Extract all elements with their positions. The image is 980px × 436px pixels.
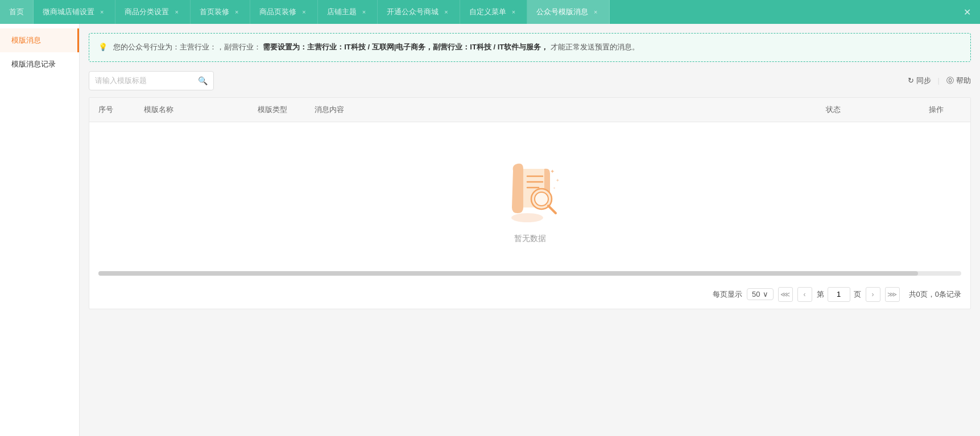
tab-close-custom-menu[interactable]: × xyxy=(510,7,518,16)
sidebar-label-template-msg: 模版消息 xyxy=(11,36,41,44)
search-icon[interactable]: 🔍 xyxy=(198,76,208,85)
last-page-button[interactable]: ⋙ xyxy=(885,287,900,302)
tab-label-homepage-decor: 首页装修 xyxy=(200,7,229,17)
svg-point-5 xyxy=(535,192,548,206)
data-table: 序号 模版名称 模版类型 消息内容 状态 操作 xyxy=(89,97,971,309)
th-name: 模版名称 xyxy=(135,98,249,122)
chevron-down-icon: ∨ xyxy=(763,290,768,298)
tab-homepage-decor[interactable]: 首页装修× xyxy=(191,0,250,24)
tab-bar-close-button[interactable]: ✕ xyxy=(954,7,980,18)
tab-home[interactable]: 首页 xyxy=(0,0,34,24)
tab-close-shop-theme[interactable]: × xyxy=(360,7,368,16)
per-page-value: 50 xyxy=(752,290,760,298)
tab-wechat-shop[interactable]: 微商城店铺设置× xyxy=(34,0,115,24)
table-header: 序号 模版名称 模版类型 消息内容 状态 操作 xyxy=(89,98,970,122)
total-info: 共0页，0条记录 xyxy=(909,289,961,300)
scrollbar-thumb[interactable] xyxy=(98,271,918,276)
th-seq: 序号 xyxy=(89,98,135,122)
tab-label-wechat-shop: 微商城店铺设置 xyxy=(43,7,94,17)
tab-label-custom-menu: 自定义菜单 xyxy=(469,7,506,17)
search-box[interactable]: 🔍 xyxy=(89,71,214,90)
per-page-label: 每页显示 xyxy=(713,289,742,300)
notice-highlight: 需要设置为：主营行业：IT科技 / 互联网|电子商务，副营行业：IT科技 / I… xyxy=(263,43,548,51)
horizontal-scrollbar[interactable] xyxy=(98,271,961,276)
th-type: 模版类型 xyxy=(249,98,305,122)
tab-close-product-decor[interactable]: × xyxy=(300,7,308,16)
empty-state: ✦ ✦ ✦ 暂无数据 xyxy=(89,122,970,267)
pagination: 每页显示 50 ∨ ⋘ ‹ 第 页 › ⋙ 共0页，0条记录 xyxy=(89,280,970,309)
tab-close-wechat-shop[interactable]: × xyxy=(98,7,106,16)
tab-label-category: 商品分类设置 xyxy=(125,7,169,17)
tab-close-category[interactable]: × xyxy=(172,7,180,16)
tab-label-home: 首页 xyxy=(9,7,24,17)
tab-bar: 首页微商城店铺设置×商品分类设置×首页装修×商品页装修×店铺主题×开通公众号商城… xyxy=(0,0,980,24)
sidebar-label-template-history: 模版消息记录 xyxy=(11,60,56,68)
help-button[interactable]: ⓪ 帮助 xyxy=(946,76,971,86)
sidebar-item-template-history[interactable]: 模版消息记录 xyxy=(0,52,79,76)
sidebar-item-template-msg[interactable]: 模版消息 xyxy=(0,28,79,52)
svg-text:✦: ✦ xyxy=(553,186,556,190)
prev-page-button[interactable]: ‹ xyxy=(797,287,812,302)
help-icon: ⓪ xyxy=(946,76,954,86)
th-action: 操作 xyxy=(902,98,970,122)
tab-close-open-mall[interactable]: × xyxy=(442,7,450,16)
notice-icon: 💡 xyxy=(98,43,107,51)
tab-category[interactable]: 商品分类设置× xyxy=(115,0,190,24)
main-content: 💡 您的公众号行业为：主营行业：，副营行业： 需要设置为：主营行业：IT科技 /… xyxy=(80,24,980,436)
notice-suffix: 才能正常发送预置的消息。 xyxy=(551,43,639,51)
tab-template-msg[interactable]: 公众号模版消息× xyxy=(527,0,609,24)
tab-label-template-msg: 公众号模版消息 xyxy=(536,7,588,17)
svg-line-6 xyxy=(548,206,556,213)
svg-text:✦: ✦ xyxy=(556,178,560,183)
toolbar-divider: | xyxy=(938,76,940,85)
page-input-group: 第 页 xyxy=(817,287,861,302)
sync-label: 同步 xyxy=(916,76,931,86)
help-label: 帮助 xyxy=(956,76,971,86)
first-page-button[interactable]: ⋘ xyxy=(778,287,793,302)
tab-label-shop-theme: 店铺主题 xyxy=(327,7,357,17)
page-label: 第 xyxy=(817,289,824,300)
empty-text: 暂无数据 xyxy=(514,234,546,244)
tab-close-homepage-decor[interactable]: × xyxy=(233,7,241,16)
search-input[interactable] xyxy=(95,76,198,85)
page-number-input[interactable] xyxy=(828,287,850,302)
tab-close-template-msg[interactable]: × xyxy=(592,7,599,16)
th-content: 消息内容 xyxy=(305,98,817,122)
tab-open-mall[interactable]: 开通公众号商城× xyxy=(378,0,460,24)
th-status: 状态 xyxy=(817,98,902,122)
notice-prefix: 您的公众号行业为：主营行业：，副营行业： xyxy=(113,43,261,51)
tab-shop-theme[interactable]: 店铺主题× xyxy=(318,0,378,24)
toolbar-right: ↻ 同步 | ⓪ 帮助 xyxy=(908,76,971,86)
sync-button[interactable]: ↻ 同步 xyxy=(908,76,931,86)
sync-icon: ↻ xyxy=(908,76,914,85)
tab-label-open-mall: 开通公众号商城 xyxy=(387,7,439,17)
next-page-button[interactable]: › xyxy=(866,287,880,302)
tab-product-decor[interactable]: 商品页装修× xyxy=(250,0,317,24)
search-row: 🔍 ↻ 同步 | ⓪ 帮助 xyxy=(89,71,971,90)
sidebar: 模版消息模版消息记录 xyxy=(0,24,80,436)
svg-text:✦: ✦ xyxy=(550,168,555,175)
empty-illustration: ✦ ✦ ✦ xyxy=(496,156,564,225)
tab-custom-menu[interactable]: 自定义菜单× xyxy=(460,0,527,24)
main-layout: 模版消息模版消息记录 💡 您的公众号行业为：主营行业：，副营行业： 需要设置为：… xyxy=(0,24,980,436)
notice-banner: 💡 您的公众号行业为：主营行业：，副营行业： 需要设置为：主营行业：IT科技 /… xyxy=(89,33,971,62)
page-unit: 页 xyxy=(854,289,861,300)
tab-label-product-decor: 商品页装修 xyxy=(259,7,296,17)
per-page-select[interactable]: 50 ∨ xyxy=(747,288,773,300)
svg-point-0 xyxy=(511,213,543,222)
